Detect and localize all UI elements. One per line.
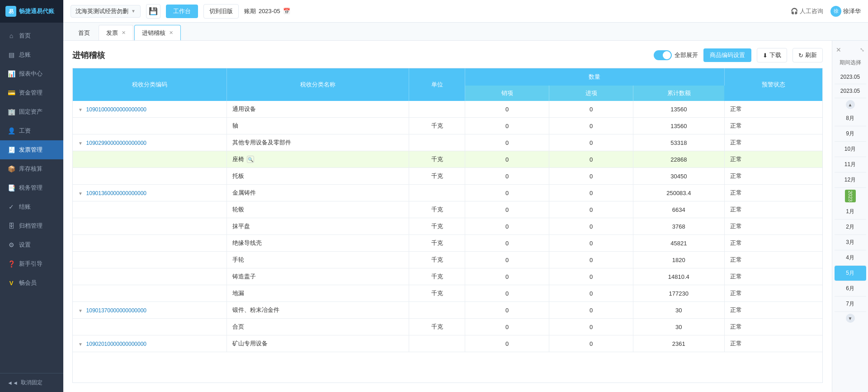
col-subheader-purchase: 进项	[549, 86, 633, 101]
tab-home[interactable]: 首页	[71, 25, 98, 40]
table-row	[73, 252, 227, 268]
service-button[interactable]: 🎧 人工咨询	[791, 7, 823, 15]
content-wrapper: 进销稽核 全部展开 商品编码设置 ⬇ 下载 ↻ 刷	[63, 41, 868, 392]
sidebar: 易 畅捷通易代账 ⌂ 首页 ▤ 总账 📊 报表中心 💳 资金管理 🏢 固定资产 …	[0, 0, 63, 392]
user-menu[interactable]: 徐 徐泽华	[830, 6, 861, 17]
tab-reconcile-close[interactable]: ✕	[169, 30, 173, 36]
main-area: 沈海英测试经营勿删 ▼ 💾 工作台 切到旧版 账期 2023-05 📅 🎧 人工…	[63, 0, 868, 392]
product-code-button[interactable]: 商品编码设置	[703, 48, 751, 62]
calendar-icon[interactable]: 📅	[283, 8, 290, 14]
avatar: 徐	[830, 6, 841, 17]
period-item-2023-05-2[interactable]: 2023.05	[835, 84, 866, 98]
sidebar-item-ledger[interactable]: ▤ 总账	[0, 45, 63, 64]
collapse-icon[interactable]: ▼	[78, 141, 83, 146]
collapse-icon[interactable]: ▼	[78, 308, 83, 313]
sidebar-item-home[interactable]: ⌂ 首页	[0, 26, 63, 45]
month-4[interactable]: 4月	[835, 250, 866, 266]
sidebar-item-label: 报表中心	[19, 70, 42, 78]
save-button[interactable]: 💾	[146, 4, 160, 19]
month-9[interactable]: 9月	[835, 126, 866, 142]
table-row	[73, 285, 227, 302]
month-10[interactable]: 10月	[835, 142, 866, 157]
sidebar-unpin-button[interactable]: ◄◄ 取消固定	[0, 373, 63, 392]
month-11[interactable]: 11月	[835, 157, 866, 172]
user-name: 徐泽华	[843, 7, 861, 15]
sidebar-item-assets[interactable]: 🏢 固定资产	[0, 102, 63, 121]
vip-icon: V	[7, 279, 15, 287]
sidebar-item-reports[interactable]: 📊 报表中心	[0, 64, 63, 83]
col-header-tax-name: 税收分类名称	[227, 68, 409, 101]
collapse-icon[interactable]: ▼	[78, 107, 83, 112]
period-scroll-down[interactable]: ▼	[846, 314, 855, 323]
download-button[interactable]: ⬇ 下载	[757, 48, 787, 62]
year-2023-label[interactable]: 2023	[845, 190, 856, 202]
sidebar-item-tax[interactable]: 📑 税务管理	[0, 178, 63, 197]
period-scroll-up[interactable]: ▲	[846, 100, 855, 109]
collapse-icon[interactable]: ▼	[78, 342, 83, 347]
service-label: 人工咨询	[800, 7, 823, 15]
sidebar-item-settings[interactable]: ⚙ 设置	[0, 235, 63, 254]
expand-toggle[interactable]	[654, 50, 672, 60]
month-2[interactable]: 2月	[835, 220, 866, 235]
company-selector[interactable]: 沈海英测试经营勿删 ▼	[71, 5, 141, 18]
sidebar-item-label: 结账	[19, 203, 31, 211]
reconcile-table: 税收分类编码 税收分类名称 单位 数量 预警状态 销项 进项 累计数额	[73, 68, 822, 352]
sidebar-item-payroll[interactable]: 👤 工资	[0, 121, 63, 140]
right-panel-top: ✕ ⤡	[832, 44, 868, 55]
funds-icon: 💳	[7, 89, 15, 97]
page-title: 进销稽核	[72, 50, 105, 61]
month-5-active[interactable]: 5月	[835, 266, 866, 281]
sidebar-item-vip[interactable]: V 畅会员	[0, 273, 63, 292]
cell-search-icon[interactable]: 🔍	[247, 156, 254, 163]
company-dropdown-arrow: ▼	[131, 9, 136, 14]
col-subheader-total: 累计数额	[633, 86, 724, 101]
table-row	[73, 218, 227, 235]
month-1[interactable]: 1月	[835, 204, 866, 220]
month-12[interactable]: 12月	[835, 172, 866, 188]
tab-invoice-close[interactable]: ✕	[122, 30, 126, 36]
table-row	[73, 268, 227, 285]
col-header-tax-code: 税收分类编码	[73, 68, 227, 101]
sidebar-item-invoices[interactable]: 🧾 发票管理	[0, 140, 63, 159]
data-table-container: 税收分类编码 税收分类名称 单位 数量 预警状态 销项 进项 累计数额	[72, 68, 823, 383]
period-item-2023-05-1[interactable]: 2023.05	[835, 70, 866, 84]
toggle-knob	[663, 51, 671, 59]
sidebar-item-archive[interactable]: 🗄 归档管理	[0, 216, 63, 235]
tax-icon: 📑	[7, 184, 15, 192]
assets-icon: 🏢	[7, 108, 15, 116]
month-6[interactable]: 6月	[835, 281, 866, 296]
refresh-label: 刷新	[805, 51, 817, 59]
tab-invoice[interactable]: 发票 ✕	[99, 25, 133, 40]
sidebar-item-guide[interactable]: ❓ 新手引导	[0, 254, 63, 273]
sidebar-item-label: 总账	[19, 51, 31, 59]
tab-invoice-label: 发票	[106, 29, 118, 37]
save-icon: 💾	[149, 7, 158, 15]
download-icon: ⬇	[763, 52, 768, 59]
expand-toggle-label: 全部展开	[654, 50, 698, 60]
download-label: 下载	[769, 51, 781, 59]
tab-reconcile[interactable]: 进销稽核 ✕	[134, 25, 181, 40]
app-logo: 易 畅捷通易代账	[0, 0, 63, 23]
period-display: 账期 2023-05 📅	[244, 7, 290, 15]
refresh-button[interactable]: ↻ 刷新	[793, 48, 823, 62]
workbench-button[interactable]: 工作台	[166, 5, 198, 18]
panel-close-button[interactable]: ✕	[836, 46, 841, 53]
collapse-icon[interactable]: ▼	[78, 191, 83, 196]
table-row	[73, 151, 227, 168]
reports-icon: 📊	[7, 70, 15, 78]
period-value: 2023-05	[259, 8, 280, 14]
sidebar-item-settlement[interactable]: ✓ 结账	[0, 197, 63, 216]
settlement-icon: ✓	[7, 203, 15, 211]
logo-icon: 易	[5, 6, 16, 17]
month-8[interactable]: 8月	[835, 111, 866, 126]
sidebar-item-funds[interactable]: 💳 资金管理	[0, 83, 63, 102]
sidebar-item-inventory[interactable]: 📦 库存核算	[0, 159, 63, 178]
old-version-button[interactable]: 切到旧版	[203, 4, 239, 19]
expand-label: 全部展开	[675, 51, 698, 59]
panel-expand-button[interactable]: ⤡	[860, 47, 864, 53]
guide-icon: ❓	[7, 260, 15, 268]
month-7[interactable]: 7月	[835, 296, 866, 312]
month-3[interactable]: 3月	[835, 235, 866, 250]
col-header-warning: 预警状态	[724, 68, 822, 101]
table-row	[73, 118, 227, 134]
